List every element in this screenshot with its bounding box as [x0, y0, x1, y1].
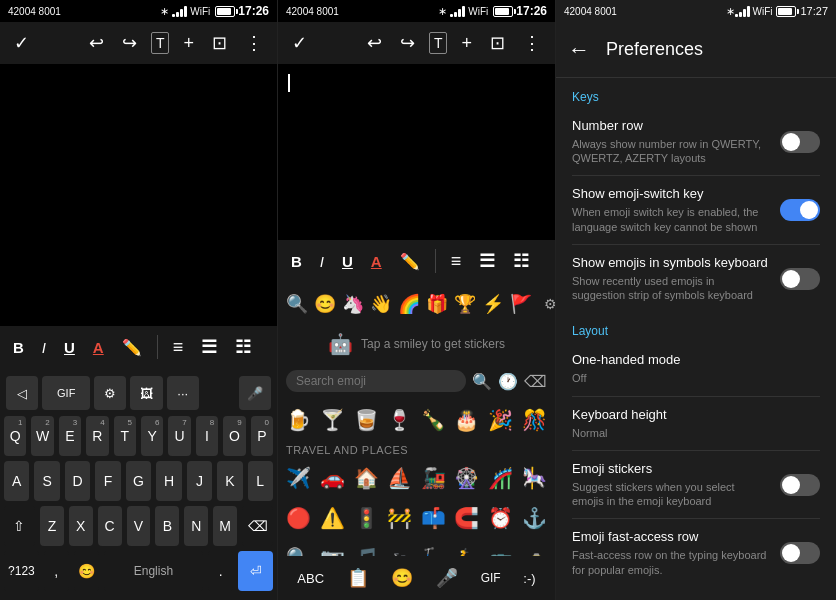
abc-button[interactable]: ABC [293, 567, 328, 590]
undo-button[interactable]: ↩ [85, 28, 108, 58]
more-key[interactable]: ··· [167, 376, 199, 410]
pref-item-emoji-fast-access[interactable]: Emoji fast-access row Fast-access row on… [556, 519, 836, 586]
emoji-search-input[interactable] [286, 370, 466, 392]
emoji-cocktail[interactable]: 🍸 [316, 402, 350, 438]
emoji-construction[interactable]: 🚧 [383, 500, 417, 536]
toggle-emoji-fast-access[interactable] [780, 542, 820, 564]
sticker-button[interactable]: :-) [519, 567, 539, 590]
emoji-magnifier[interactable]: 🔍 [282, 540, 316, 556]
key-m[interactable]: M [213, 506, 237, 546]
emoji-cake[interactable]: 🎂 [450, 402, 484, 438]
back-button[interactable]: ← [568, 37, 590, 63]
add-button[interactable]: + [179, 29, 198, 58]
emoji-beer[interactable]: 🍺 [282, 402, 316, 438]
key-o[interactable]: O9 [223, 416, 245, 456]
bullets-button-2[interactable]: ☰ [474, 246, 500, 276]
key-symbols[interactable]: ?123 [4, 551, 39, 591]
redo-button-2[interactable]: ↪ [396, 28, 419, 58]
gif-button-bottom[interactable]: GIF [477, 567, 505, 589]
underline-button-2[interactable]: U [337, 249, 358, 274]
key-l[interactable]: L [248, 461, 273, 501]
image-key[interactable]: 🖼 [130, 376, 162, 410]
emoji-cat-objects[interactable]: 🎁 [426, 293, 448, 315]
emoji-sailboat[interactable]: ⛵ [383, 460, 417, 496]
emoji-cat-smiley[interactable]: 😊 [314, 293, 336, 315]
key-period[interactable]: . [208, 551, 233, 591]
toggle-number-row[interactable] [780, 131, 820, 153]
align-button-1[interactable]: ≡ [168, 333, 189, 362]
key-space[interactable]: English [104, 551, 204, 591]
key-backspace[interactable]: ⌫ [242, 506, 273, 546]
undo-button-2[interactable]: ↩ [363, 28, 386, 58]
align-button-2[interactable]: ≡ [446, 247, 467, 276]
key-r[interactable]: R4 [86, 416, 108, 456]
more-button-2[interactable]: ⋮ [519, 28, 545, 58]
key-c[interactable]: C [98, 506, 122, 546]
key-j[interactable]: J [187, 461, 212, 501]
key-w[interactable]: W2 [31, 416, 53, 456]
italic-button-2[interactable]: I [315, 249, 329, 274]
text-style-button[interactable]: T [151, 32, 170, 54]
left-arrow-key[interactable]: ◁ [6, 376, 38, 410]
emoji-whiskey[interactable]: 🥃 [349, 402, 383, 438]
insert-button[interactable]: ⊡ [208, 28, 231, 58]
pref-item-kb-height[interactable]: Keyboard height Normal [556, 397, 836, 450]
insert-button-2[interactable]: ⊡ [486, 28, 509, 58]
key-k[interactable]: K [217, 461, 242, 501]
list-button-2[interactable]: ☷ [508, 246, 534, 276]
more-button[interactable]: ⋮ [241, 28, 267, 58]
emoji-red-circle[interactable]: 🔴 [282, 500, 316, 536]
key-a[interactable]: A [4, 461, 29, 501]
emoji-cat-people[interactable]: 🦄 [342, 293, 364, 315]
emoji-button-bottom[interactable]: 😊 [387, 563, 417, 593]
emoji-wine[interactable]: 🍷 [383, 402, 417, 438]
italic-button-1[interactable]: I [37, 335, 51, 360]
settings-key[interactable]: ⚙ [94, 376, 126, 410]
emoji-cat-nature[interactable]: 🌈 [398, 293, 420, 315]
emoji-search-icon[interactable]: 🔍 [286, 293, 308, 315]
list-button-1[interactable]: ☷ [230, 332, 256, 362]
toggle-emoji-stickers[interactable] [780, 474, 820, 496]
key-y[interactable]: Y6 [141, 416, 163, 456]
emoji-carousel[interactable]: 🎠 [517, 460, 551, 496]
key-h[interactable]: H [156, 461, 181, 501]
emoji-cat-flags[interactable]: 🚩 [510, 293, 532, 315]
key-e[interactable]: E3 [59, 416, 81, 456]
emoji-cat-hand[interactable]: 👋 [370, 293, 392, 315]
emoji-train[interactable]: 🚂 [417, 460, 451, 496]
key-comma[interactable]: , [44, 551, 69, 591]
mic-button-bottom[interactable]: 🎤 [432, 563, 462, 593]
emoji-mailbox[interactable]: 📫 [417, 500, 451, 536]
highlight-button-1[interactable]: ✏️ [117, 334, 147, 361]
key-u[interactable]: U7 [168, 416, 190, 456]
emoji-clock[interactable]: ⏰ [484, 500, 518, 536]
bold-button-2[interactable]: B [286, 249, 307, 274]
pref-item-number-row[interactable]: Number row Always show number row in QWE… [556, 108, 836, 175]
key-g[interactable]: G [126, 461, 151, 501]
pref-item-emoji-switch[interactable]: Show emoji-switch key When emoji switch … [556, 176, 836, 243]
emoji-champagne[interactable]: 🍾 [417, 402, 451, 438]
emoji-confetti[interactable]: 🎊 [517, 402, 551, 438]
emoji-warning[interactable]: ⚠️ [316, 500, 350, 536]
key-enter[interactable]: ⏎ [238, 551, 273, 591]
key-f[interactable]: F [95, 461, 120, 501]
key-q[interactable]: Q1 [4, 416, 26, 456]
highlight-button-2[interactable]: ✏️ [395, 248, 425, 275]
emoji-cat-activity[interactable]: 🏆 [454, 293, 476, 315]
key-shift[interactable]: ⇧ [4, 506, 35, 546]
key-s[interactable]: S [34, 461, 59, 501]
emoji-magnet[interactable]: 🧲 [450, 500, 484, 536]
emoji-house[interactable]: 🏠 [349, 460, 383, 496]
bold-button-1[interactable]: B [8, 335, 29, 360]
check-button-2[interactable]: ✓ [288, 28, 311, 58]
emoji-settings-icon[interactable]: ⚙ [544, 296, 556, 312]
emoji-plane[interactable]: ✈️ [282, 460, 316, 496]
key-d[interactable]: D [65, 461, 90, 501]
color-button-2[interactable]: A [366, 249, 387, 274]
emoji-ferris[interactable]: 🎡 [450, 460, 484, 496]
key-z[interactable]: Z [40, 506, 64, 546]
emoji-scooter[interactable]: 🛴 [417, 540, 451, 556]
toggle-emoji-switch[interactable] [780, 199, 820, 221]
add-button-2[interactable]: + [457, 29, 476, 58]
emoji-anchor[interactable]: ⚓ [517, 500, 551, 536]
